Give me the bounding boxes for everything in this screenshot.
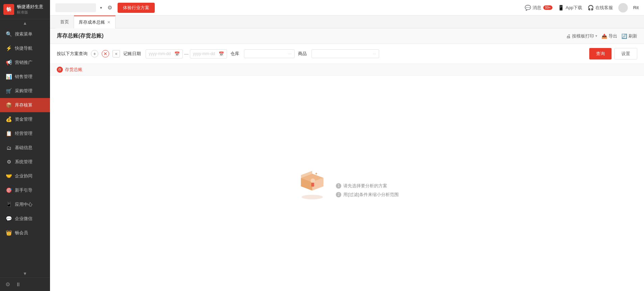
tab-close-icon[interactable]: ✕ xyxy=(107,20,110,25)
sidebar-item-collab[interactable]: 🤝 企业协同 xyxy=(0,169,50,183)
scheme-item[interactable]: 存 存货总账 xyxy=(57,67,637,73)
refresh-label: 刷新 xyxy=(628,33,637,39)
sidebar-scroll-up[interactable]: ▲ xyxy=(0,19,50,27)
sidebar-item-vip[interactable]: 👑 畅会员 xyxy=(0,226,50,240)
message-icon: 💬 xyxy=(525,5,531,11)
sidebar-item-apps[interactable]: 📱 应用中心 xyxy=(0,197,50,212)
sidebar-item-marketing[interactable]: 📢 营销推广 xyxy=(0,55,50,70)
messages-label: 消息 xyxy=(532,5,541,11)
sidebar-item-label: 销售管理 xyxy=(15,74,32,80)
query-button[interactable]: 查询 xyxy=(589,48,612,59)
marketing-icon: 📢 xyxy=(5,59,12,66)
date-input-group: yyyy-mm-dd 📅 — yyyy-mm-dd 📅 xyxy=(146,49,227,58)
finance-icon: 💰 xyxy=(5,116,12,123)
goods-label: 商品 xyxy=(298,51,307,57)
brand-name: 畅捷通好生意 xyxy=(17,4,43,10)
svg-text:✦: ✦ xyxy=(315,171,318,176)
filter-settings-button[interactable]: 设置 xyxy=(614,48,637,59)
print-dropdown-icon[interactable]: ▾ xyxy=(595,34,597,38)
brand-version: 标准版 xyxy=(17,10,43,15)
sidebar: 畅 畅捷通好生意 标准版 ▲ 🔍 搜索菜单 ⚡ 快捷导航 📢 营销推广 📊 销售… xyxy=(0,0,50,291)
collab-icon: 🤝 xyxy=(5,173,12,179)
basic-icon: 🗂 xyxy=(5,144,12,151)
settings-bottom-icon[interactable]: ⚙ xyxy=(5,281,10,288)
sidebar-scroll-down[interactable]: ▼ xyxy=(0,270,50,277)
date-end-placeholder: yyyy-mm-dd xyxy=(193,51,215,56)
header-settings-icon[interactable]: ⚙ xyxy=(107,4,112,11)
purchase-icon: 🛒 xyxy=(5,88,12,94)
online-service-label: 在线客服 xyxy=(595,5,613,11)
scheme-area: 存 存货总账 xyxy=(50,64,644,76)
page-title: 库存总账(存货总账) xyxy=(57,32,104,40)
warehouse-more-icon[interactable]: ··· xyxy=(288,51,292,56)
inventory-icon: 📦 xyxy=(5,102,12,108)
sidebar-item-label: 库存核算 xyxy=(15,102,32,108)
export-button[interactable]: 📤 导出 xyxy=(601,33,617,39)
tip-num-1: 1 xyxy=(336,183,341,189)
sidebar-item-purchase[interactable]: 🛒 采购管理 xyxy=(0,84,50,98)
sidebar-item-search-menu[interactable]: 🔍 搜索菜单 xyxy=(0,27,50,41)
breadcrumb-dropdown-icon[interactable]: ▾ xyxy=(100,5,102,10)
warehouse-select[interactable]: ··· xyxy=(244,49,295,58)
sidebar-logo: 畅 畅捷通好生意 标准版 xyxy=(0,0,50,19)
operation-icon: 📋 xyxy=(5,130,12,137)
sidebar-item-basic[interactable]: 🗂 基础信息 xyxy=(0,141,50,155)
sidebar-item-newbie[interactable]: 🎯 新手引导 xyxy=(0,183,50,197)
tab-bar: 首页 库存成本总账 ✕ xyxy=(50,16,644,28)
sidebar-item-label: 快捷导航 xyxy=(15,45,32,51)
sidebar-nav: 🔍 搜索菜单 ⚡ 快捷导航 📢 营销推广 📊 销售管理 🛒 采购管理 📦 库存核… xyxy=(0,27,50,270)
tab-home[interactable]: 首页 xyxy=(55,16,74,28)
date-start-placeholder: yyyy-mm-dd xyxy=(149,51,171,56)
messages-button[interactable]: 💬 消息 99+ xyxy=(525,5,552,11)
date-separator: — xyxy=(184,51,189,56)
print-button[interactable]: 🖨 按模板打印 ▾ xyxy=(566,33,597,39)
sidebar-item-inventory[interactable]: 📦 库存核算 xyxy=(0,98,50,112)
quick-nav-icon: ⚡ xyxy=(5,45,12,52)
sidebar-item-finance[interactable]: 💰 资金管理 xyxy=(0,112,50,126)
service-icon: 🎧 xyxy=(588,5,594,11)
apps-icon: 📱 xyxy=(5,201,12,208)
print-label: 按模板打印 xyxy=(572,33,594,39)
tab-inventory-ledger[interactable]: 库存成本总账 ✕ xyxy=(74,16,116,28)
online-service-button[interactable]: 🎧 在线客服 xyxy=(588,5,613,11)
brand-icon: 畅 xyxy=(3,4,14,15)
calendar-end-icon[interactable]: 📅 xyxy=(219,51,224,56)
sidebar-item-sales[interactable]: 📊 销售管理 xyxy=(0,70,50,84)
warehouse-label: 仓库 xyxy=(230,51,239,57)
sidebar-item-label: 基础信息 xyxy=(15,145,32,151)
date-filter-section: 记账日期 yyyy-mm-dd 📅 — yyyy-mm-dd 📅 xyxy=(123,49,227,58)
goods-select[interactable]: ··· xyxy=(312,49,379,58)
sidebar-item-quick-nav[interactable]: ⚡ 快捷导航 xyxy=(0,41,50,55)
date-end-input[interactable]: yyyy-mm-dd 📅 xyxy=(190,49,227,58)
tab-inventory-label: 库存成本总账 xyxy=(79,19,105,25)
filter-bar: 按以下方案查询 + ✕ « 记账日期 yyyy-mm-dd 📅 — yyyy-m… xyxy=(50,44,644,64)
sidebar-item-label: 系统管理 xyxy=(15,159,32,165)
sidebar-item-label: 企业协同 xyxy=(15,173,32,179)
date-start-input[interactable]: yyyy-mm-dd 📅 xyxy=(146,49,183,58)
export-label: 导出 xyxy=(609,33,617,39)
tab-home-label: 首页 xyxy=(60,19,69,25)
empty-illustration: ✦ ✦ xyxy=(295,167,329,200)
toggle-sidebar-icon[interactable]: ⏸ xyxy=(16,282,21,288)
filter-remove-button[interactable]: ✕ xyxy=(102,50,109,57)
vip-icon: 👑 xyxy=(5,229,12,236)
app-download-button[interactable]: 📱 App下载 xyxy=(558,5,582,11)
trial-button[interactable]: 体验行业方案 xyxy=(118,3,155,13)
avatar[interactable] xyxy=(618,3,628,13)
tip-num-2: 2 xyxy=(336,192,341,197)
svg-rect-8 xyxy=(312,183,314,187)
main-area: ▾ ⚙ 体验行业方案 💬 消息 99+ 📱 App下载 🎧 在线客服 Rit xyxy=(50,0,644,291)
empty-visual: ✦ ✦ 1 请先选择要分析的方案 2 用[过滤]条件来缩小分析范围 xyxy=(295,167,398,200)
scheme-type-icon: 存 xyxy=(57,67,63,73)
calendar-start-icon[interactable]: 📅 xyxy=(174,51,180,56)
sidebar-item-operation[interactable]: 📋 经营管理 xyxy=(0,126,50,141)
empty-tips: 1 请先选择要分析的方案 2 用[过滤]条件来缩小分析范围 xyxy=(336,183,398,200)
message-badge: 99+ xyxy=(543,5,552,10)
filter-add-button[interactable]: + xyxy=(91,50,98,57)
refresh-button[interactable]: 🔄 刷新 xyxy=(621,33,637,39)
filter-collapse-button[interactable]: « xyxy=(113,50,120,57)
goods-more-icon[interactable]: ··· xyxy=(373,51,376,56)
goods-filter-section: 商品 ··· xyxy=(298,49,379,58)
sidebar-item-system[interactable]: ⚙ 系统管理 xyxy=(0,155,50,169)
sidebar-item-wechat[interactable]: 💬 企业微信 xyxy=(0,212,50,226)
